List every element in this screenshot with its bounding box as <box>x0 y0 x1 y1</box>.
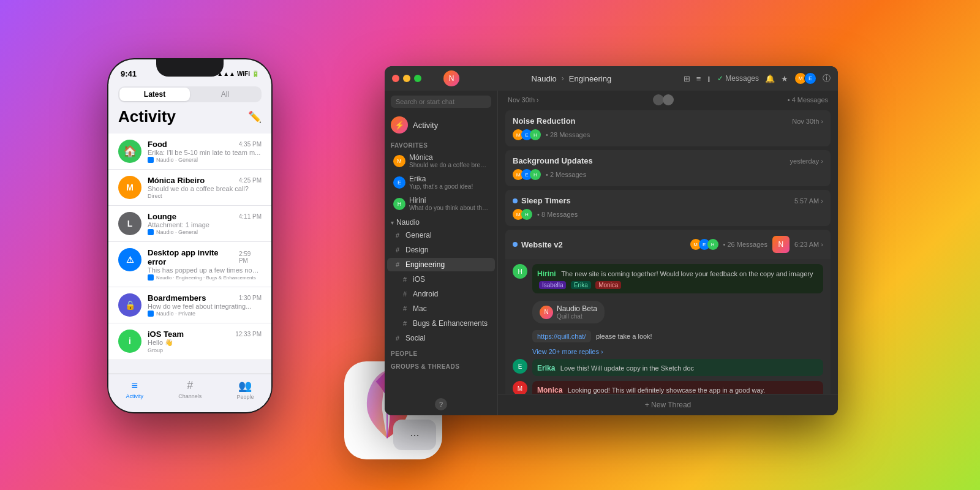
list-item[interactable]: ⚠ Desktop app invite error 2:59 PM This … <box>108 242 271 287</box>
bell-icon[interactable]: 🔔 <box>765 74 775 83</box>
sender-name: Erika <box>537 364 555 372</box>
activity-tab-icon: ≡ <box>132 379 138 392</box>
avatar: M <box>118 176 141 199</box>
sidebar-item-monica[interactable]: M Mónica Should we do a coffee break? <box>387 151 495 171</box>
tab-bar-label: Channels <box>178 393 202 399</box>
unread-dot <box>513 198 518 203</box>
avatar: ⚠ <box>118 248 141 271</box>
list-icon[interactable]: ≡ <box>696 74 701 83</box>
item-name: Food <box>148 140 167 149</box>
search-input[interactable] <box>391 96 491 108</box>
new-thread-bar[interactable]: + New Thread <box>498 394 838 415</box>
help-button[interactable]: ? <box>385 393 497 415</box>
titlebar-center: Naudio › Engineering <box>464 74 679 83</box>
list-item[interactable]: M Mónica Ribeiro 4:25 PM Should we do a … <box>108 170 271 206</box>
mac-main: Nov 30th › • 4 Messages Noise Reduction … <box>498 91 838 415</box>
people-tab-icon: 👥 <box>238 379 252 393</box>
item-time: 2:59 PM <box>239 251 262 264</box>
naudio-beta-sub: Quill chat <box>557 313 597 320</box>
thread-sleep-timers[interactable]: Sleep Timers 5:57 AM › M H • 8 Messages <box>505 190 831 226</box>
view-more-replies[interactable]: View 20+ more replies › <box>532 347 823 356</box>
chat-link[interactable]: https://quill.chat/ <box>532 330 591 342</box>
naudio-beta-bubble: N Naudio Beta Quill chat <box>532 301 605 323</box>
sidebar-channel-mac[interactable]: # Mac <box>387 302 495 315</box>
grid-icon[interactable]: ⊞ <box>684 74 690 83</box>
compose-icon[interactable]: ✏️ <box>248 110 262 124</box>
activity-list: 🏠 Food 4:35 PM Erika: I'll be 5-10 min l… <box>108 134 271 401</box>
sidebar-channel-general[interactable]: # General <box>387 228 495 242</box>
sidebar-item-erika[interactable]: E Erika Yup, that's a good idea! <box>387 172 495 192</box>
item-meta: Naudio · Engineering · Bugs & Enhancemen… <box>148 274 262 281</box>
sidebar-channel-ios[interactable]: # iOS <box>387 273 495 286</box>
maximize-button[interactable] <box>414 75 421 82</box>
thread-date: Nov 30th › <box>792 118 823 125</box>
sidebar-icon[interactable]: ⫿ <box>707 74 711 83</box>
thread-expanded-header[interactable]: Website v2 M E H • 26 Messages N 6:23 AM… <box>505 230 831 259</box>
avatar: E <box>513 359 527 374</box>
item-preview: Attachment: 1 image <box>148 221 262 228</box>
star-icon[interactable]: ★ <box>781 74 788 83</box>
workspace-label: Naudio <box>396 218 420 227</box>
tab-bar-people[interactable]: 👥 People <box>236 379 254 400</box>
mention-tag: Monica <box>595 281 621 289</box>
tab-all[interactable]: All <box>190 88 260 101</box>
thread-background-updates[interactable]: Background Updates yesterday › M E H • 2… <box>505 150 831 186</box>
naudio-beta-message: N Naudio Beta Quill chat <box>532 298 823 326</box>
sidebar-channel-design[interactable]: # Design <box>387 243 495 257</box>
mac-body: ⚡ Activity Favorites M Mónica Should we … <box>385 91 838 415</box>
titlebar-right: ⊞ ≡ ⫿ ✓ Messages 🔔 ★ M E ⓘ <box>684 72 831 85</box>
item-name: Desktop app invite error <box>148 248 239 266</box>
naudio-beta-icon: N <box>540 306 553 319</box>
question-icon: ? <box>435 398 447 410</box>
activity-icon: ⚡ <box>391 116 408 134</box>
chevron-icon: ▾ <box>391 219 394 226</box>
info-icon[interactable]: ⓘ <box>823 73 831 84</box>
sidebar-channel-bugs[interactable]: # Bugs & Enhancements <box>387 317 495 330</box>
hash-icon: # <box>401 276 409 283</box>
message-text: The new site is coming together! Would l… <box>561 270 813 277</box>
channel-name: Engineering <box>569 74 611 83</box>
new-thread-label: + New Thread <box>645 401 692 409</box>
thread-website-v2: Website v2 M E H • 26 Messages N 6:23 AM… <box>505 230 831 394</box>
close-button[interactable] <box>392 75 399 82</box>
traffic-lights <box>392 75 421 82</box>
naudio-group[interactable]: ▾ Naudio <box>385 214 497 228</box>
tab-bar-activity[interactable]: ≡ Activity <box>126 379 144 400</box>
tab-bar-channels[interactable]: # Channels <box>178 379 202 400</box>
list-item[interactable]: L Lounge 4:11 PM Attachment: 1 image Nau… <box>108 206 271 242</box>
thread-title: Noise Reduction <box>513 116 576 126</box>
tab-bar-label: Activity <box>126 393 144 399</box>
item-preview: Should we do a coffee break call? <box>148 185 262 192</box>
item-time: 4:35 PM <box>239 141 262 148</box>
avatar: H <box>513 264 527 279</box>
hash-icon: # <box>393 261 402 268</box>
item-meta: Direct <box>148 193 262 199</box>
mac-window: N Naudio › Engineering ⊞ ≡ ⫿ ✓ Messages … <box>385 66 838 415</box>
tab-latest[interactable]: Latest <box>119 88 190 101</box>
naudio-beta-name: Naudio Beta <box>557 304 597 313</box>
groups-threads-section: Groups & Threads <box>385 358 497 371</box>
avatar: i <box>118 330 141 353</box>
item-time: 4:25 PM <box>239 177 262 184</box>
sidebar-channel-social[interactable]: # Social <box>387 331 495 345</box>
minimize-button[interactable] <box>403 75 410 82</box>
sidebar-activity[interactable]: ⚡ Activity <box>385 113 497 137</box>
sidebar-channel-android[interactable]: # Android <box>387 287 495 301</box>
sidebar-channel-engineering[interactable]: # Engineering <box>387 258 495 271</box>
hash-icon: # <box>401 305 409 312</box>
list-item[interactable]: 🔒 Boardmembers 1:30 PM How do we feel ab… <box>108 287 271 323</box>
activity-label: Activity <box>413 121 438 130</box>
thread-date: 5:57 AM › <box>794 197 823 205</box>
link-message: https://quill.chat/ please take a look! <box>532 328 823 344</box>
messages-button[interactable]: ✓ Messages <box>717 74 759 83</box>
sidebar-item-hirini[interactable]: H Hirini What do you think about this... <box>387 194 495 214</box>
message-count: • 8 Messages <box>537 211 578 218</box>
list-item[interactable]: i iOS Team 12:33 PM Hello 👋 Group <box>108 323 271 360</box>
naudio-icon: N <box>772 236 790 253</box>
list-item[interactable]: 🏠 Food 4:35 PM Erika: I'll be 5-10 min l… <box>108 134 271 170</box>
hash-icon: # <box>401 320 409 327</box>
thread-title: Website v2 <box>521 240 563 249</box>
message-count: • 28 Messages <box>546 131 590 138</box>
thread-noise-reduction[interactable]: Noise Reduction Nov 30th › M E H • 28 Me… <box>505 110 831 146</box>
item-name: Boardmembers <box>148 293 206 303</box>
